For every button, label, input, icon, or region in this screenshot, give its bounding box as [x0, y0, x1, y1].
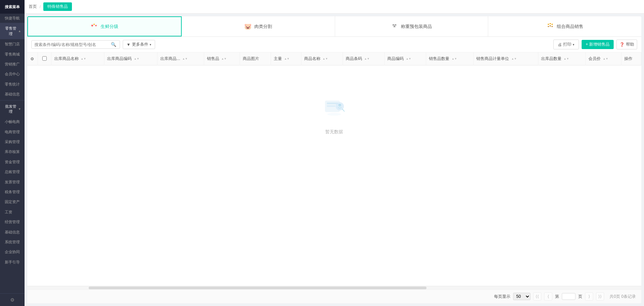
- sidebar-item-smart-store[interactable]: 智慧门店: [0, 39, 25, 49]
- sort-goods-name[interactable]: ▲▼: [323, 58, 328, 60]
- search-input[interactable]: [34, 42, 109, 47]
- th-sales-goods[interactable]: 销售品 ▲▼: [204, 52, 240, 65]
- sidebar-wholesale-label: 批发管理: [3, 104, 18, 114]
- sort-sales-qty[interactable]: ▲▼: [452, 58, 457, 60]
- th-goods-name[interactable]: 商品名称 ▲▼: [301, 52, 343, 65]
- page-number-input[interactable]: 1: [562, 293, 575, 300]
- sidebar-item-basic-info1[interactable]: 基础信息: [0, 89, 25, 99]
- th-out-goods-abbr-label: 出库商品...: [160, 56, 180, 61]
- help-button[interactable]: ❓ 帮助: [616, 40, 637, 49]
- empty-text: 暂无数据: [325, 129, 343, 135]
- th-sales-qty[interactable]: 销售品数量 ▲▼: [426, 52, 474, 65]
- svg-point-0: [91, 25, 93, 27]
- sidebar-item-basic-info2[interactable]: 基础信息: [0, 227, 25, 237]
- sort-out-goods-name[interactable]: ▲▼: [81, 58, 86, 60]
- sort-member-price[interactable]: ▲▼: [603, 58, 608, 60]
- svg-point-2: [95, 25, 97, 27]
- sidebar-item-purchase[interactable]: 采购管理: [0, 137, 25, 147]
- th-goods-barcode-label: 商品条码: [346, 56, 362, 61]
- th-goods-number[interactable]: 商品编码 ▲▼: [385, 52, 426, 65]
- sidebar-item-wholesale-mgmt[interactable]: 批发管理 ▼: [0, 101, 25, 117]
- sort-main-weight[interactable]: ▲▼: [284, 58, 289, 60]
- sidebar-item-retail-mall[interactable]: 零售商城: [0, 49, 25, 59]
- print-icon: 🖨: [558, 42, 562, 47]
- table-header: ⚙ 出库商品名称 ▲▼ 出库商品编码 ▲▼ 出库商品... ▲▼: [27, 52, 641, 65]
- first-page-button[interactable]: ⟨⟨: [533, 292, 541, 301]
- meat-icon: 🐷: [244, 23, 252, 30]
- svg-point-19: [339, 104, 341, 107]
- sidebar-item-newbie[interactable]: 新手引导: [0, 257, 25, 267]
- th-out-goods-code[interactable]: 出库商品编码 ▲▼: [104, 52, 158, 65]
- sidebar-logo: 搜索菜单: [0, 0, 25, 14]
- th-checkbox[interactable]: [38, 52, 51, 65]
- sidebar-item-mini-ecom[interactable]: 小畅电商: [0, 117, 25, 127]
- filter-button[interactable]: ▼ 更多条件 ▾: [123, 40, 155, 49]
- gear-icon[interactable]: ⚙: [0, 294, 25, 306]
- th-goods-barcode[interactable]: 商品条码 ▲▼: [343, 52, 384, 65]
- sidebar-item-member[interactable]: 会员中心: [0, 69, 25, 79]
- th-out-goods-name[interactable]: 出库商品名称 ▲▼: [51, 52, 104, 65]
- select-all-checkbox[interactable]: [42, 56, 47, 61]
- sidebar-item-ledger[interactable]: 总账管理: [0, 167, 25, 177]
- next-page-button[interactable]: ⟩: [585, 292, 593, 301]
- sidebar-quick-nav[interactable]: 快捷导航: [0, 14, 25, 23]
- topbar-home[interactable]: 首页: [29, 4, 37, 10]
- sort-out-goods-abbr[interactable]: ▲▼: [182, 58, 188, 60]
- prev-page-button[interactable]: ⟨: [544, 292, 552, 301]
- scrollbar-thumb[interactable]: [89, 287, 426, 289]
- sort-out-goods-code[interactable]: ▲▼: [134, 58, 139, 60]
- sidebar-bottom: ⚙: [0, 293, 25, 306]
- th-operation-label: 操作: [624, 56, 632, 61]
- add-sales-label: + 新增销售品: [586, 42, 610, 47]
- sidebar-item-inventory[interactable]: 库存核算: [0, 147, 25, 157]
- sidebar-item-operation[interactable]: 经营管理: [0, 217, 25, 227]
- sidebar-item-fixed-assets[interactable]: 固定资产: [0, 197, 25, 207]
- sidebar-item-invoice[interactable]: 发票管理: [0, 177, 25, 187]
- sort-sales-unit[interactable]: ▲▼: [511, 58, 517, 60]
- sidebar-item-retail-stats[interactable]: 零售统计: [0, 79, 25, 89]
- horizontal-scrollbar[interactable]: [27, 286, 641, 289]
- per-page-label: 每页显示: [494, 294, 510, 300]
- sidebar-divider1: [0, 100, 25, 101]
- th-operation: 操作: [621, 52, 641, 65]
- th-goods-image-label: 商品图片: [243, 56, 259, 61]
- sidebar-item-salary[interactable]: 工资: [0, 207, 25, 217]
- th-gear[interactable]: ⚙: [27, 52, 38, 65]
- page-size-select[interactable]: 10 20 50 100: [513, 293, 530, 300]
- sidebar-item-finance[interactable]: 资金管理: [0, 157, 25, 167]
- sidebar-wholesale-arrow: ▼: [18, 107, 21, 111]
- table-wrapper: ⚙ 出库商品名称 ▲▼ 出库商品编码 ▲▼ 出库商品... ▲▼: [27, 52, 641, 286]
- search-icon[interactable]: 🔍: [111, 42, 116, 47]
- th-out-qty[interactable]: 出库品数量 ▲▼: [538, 52, 585, 65]
- topbar-active-tab[interactable]: 特殊销售品: [43, 2, 72, 11]
- tab-meat-cut[interactable]: 🐷 肉类分割: [182, 16, 335, 36]
- tab-weight-prepack[interactable]: 称重预包装商品: [335, 16, 489, 36]
- print-button[interactable]: 🖨 打印 ▾: [553, 40, 579, 49]
- fresh-grade-icon: [90, 22, 98, 31]
- sidebar-item-ecom-mgmt[interactable]: 电商管理: [0, 127, 25, 137]
- search-box[interactable]: 🔍: [31, 40, 120, 49]
- add-sales-button[interactable]: + 新增销售品: [582, 40, 614, 49]
- th-member-price-label: 会员价: [588, 56, 601, 61]
- th-sales-unit[interactable]: 销售商品计量单位 ▲▼: [474, 52, 538, 65]
- sort-out-qty[interactable]: ▲▼: [564, 58, 569, 60]
- sidebar-item-system[interactable]: 系统管理: [0, 237, 25, 247]
- tab-combo-sales[interactable]: 组合商品销售: [488, 16, 641, 36]
- sidebar-item-enterprise[interactable]: 企业协同: [0, 247, 25, 257]
- sort-sales-goods[interactable]: ▲▼: [221, 58, 227, 60]
- th-member-price[interactable]: 会员价 ▲▼: [586, 52, 621, 65]
- sidebar-item-tax[interactable]: 税务管理: [0, 187, 25, 197]
- sidebar-item-marketing[interactable]: 营销推广: [0, 59, 25, 69]
- sort-goods-number[interactable]: ▲▼: [406, 58, 411, 60]
- last-page-button[interactable]: ⟩⟩: [596, 292, 604, 301]
- th-main-weight[interactable]: 主量 ▲▼: [271, 52, 301, 65]
- pagination: 每页显示 10 20 50 100 ⟨⟨ ⟨ 第 1 页 ⟩ ⟩⟩ 共0页 0条…: [27, 289, 641, 303]
- sidebar: 搜索菜单 快捷导航 零售管理 ▲ 智慧门店 零售商城 营销推广 会员中心 零售统…: [0, 0, 25, 306]
- th-sales-goods-label: 销售品: [207, 56, 219, 61]
- th-out-goods-abbr[interactable]: 出库商品... ▲▼: [158, 52, 204, 65]
- toolbar-right: 🖨 打印 ▾ + 新增销售品 ❓ 帮助: [553, 40, 637, 49]
- svg-point-11: [548, 26, 549, 27]
- tab-fresh-grading[interactable]: 生鲜分级: [27, 16, 182, 36]
- sort-goods-barcode[interactable]: ▲▼: [364, 58, 370, 60]
- sidebar-item-retail-mgmt[interactable]: 零售管理 ▲: [0, 23, 25, 39]
